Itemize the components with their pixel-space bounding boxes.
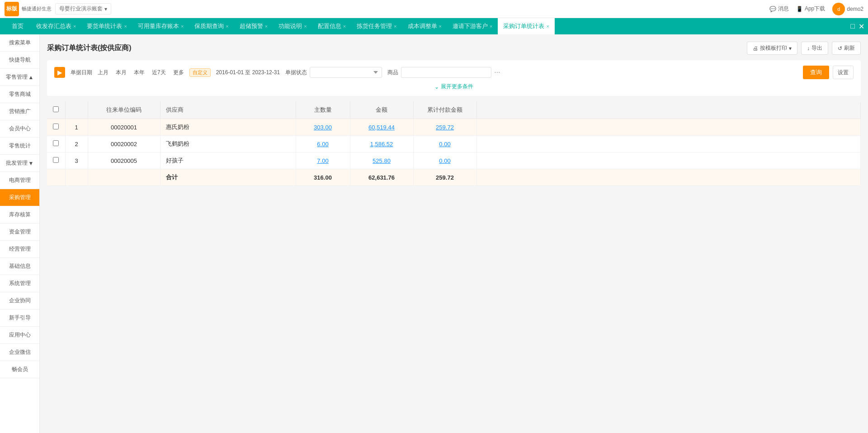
sidebar-item-basic-info[interactable]: 基础信息 [0,258,39,275]
row2-spacer [476,136,861,152]
row3-amount: 525.80 [350,152,413,169]
app-download-button[interactable]: 📱 App下载 [796,5,825,13]
close-tab-feature-desc[interactable]: × [304,24,307,29]
row2-paid: 0.00 [413,136,476,152]
tab-feature-desc[interactable]: 功能说明 × [273,18,312,34]
footer-label: 合计 [160,169,296,186]
workspace-selector[interactable]: 母婴行业演示账套 ▾ [55,3,111,14]
sidebar-item-ecommerce[interactable]: 电商管理 [0,172,39,189]
goods-input[interactable] [401,67,491,78]
row2-supplier: 飞鹤奶粉 [160,136,296,152]
tab-usable-stock[interactable]: 可用量库存账本 × [132,18,189,34]
shortcut-7days[interactable]: 近7天 [149,68,169,77]
close-tab-pick-task[interactable]: × [394,24,396,29]
th-supplier: 供应商 [160,101,296,119]
row1-supplier: 惠氏奶粉 [160,119,296,136]
tab-pick-task[interactable]: 拣货任务管理 × [351,18,402,34]
data-table: 往来单位编码 供应商 主数量 金额 累计付款金额 1 0002000 [47,101,861,186]
message-button[interactable]: 💬 消息 [769,5,789,13]
tab-invite-downstream[interactable]: 邀请下游客户 × [447,18,498,34]
sidebar-item-retail-mgmt[interactable]: 零售管理 ▲ [0,69,39,86]
row2-qty: 6.00 [296,136,350,152]
sidebar-item-purchase-mgmt[interactable]: 采购管理 [0,189,39,206]
row1-paid: 259.72 [413,119,476,136]
row1-checkbox-cell [47,119,65,136]
close-tab-receive-send[interactable]: × [73,24,76,29]
tab-receive-send[interactable]: 收发存汇总表 × [31,18,81,34]
row3-checkbox-cell [47,152,65,169]
query-button[interactable]: 查询 [803,66,829,79]
sidebar-item-app-center[interactable]: 应用中心 [0,327,39,344]
row2-code: 00020002 [88,136,160,152]
tab-purchase-summary[interactable]: 要货单统计表 × [81,18,132,34]
row1-amount: 60,519.44 [350,119,413,136]
user-profile[interactable]: d demo2 [832,3,863,15]
goods-more-icon[interactable]: ··· [494,68,500,76]
row1-spacer [476,119,861,136]
sidebar-item-member-center[interactable]: 会员中心 [0,120,39,138]
page-title: 采购订单统计表(按供应商) [47,43,132,53]
sidebar-item-inventory[interactable]: 库存核算 [0,206,39,224]
sidebar-item-search[interactable]: 搜索菜单 [0,34,39,52]
tab-cost-adjust[interactable]: 成本调整单 × [402,18,447,34]
shortcut-this-year[interactable]: 本年 [131,68,147,77]
tab-config-info[interactable]: 配置信息 × [312,18,351,34]
close-window-icon[interactable]: ✕ [859,22,864,31]
row3-checkbox[interactable] [53,157,59,163]
shortcut-this-month[interactable]: 本月 [113,68,129,77]
toggle-filter-arrow[interactable]: ▶ [54,67,65,78]
filter-goods-item: 商品 ··· [387,67,500,78]
status-select[interactable] [310,67,382,78]
tab-home[interactable]: 首页 [5,18,31,34]
shortcut-more[interactable]: 更多 [170,68,187,77]
sidebar-item-new-guide[interactable]: 新手引导 [0,309,39,327]
select-all-checkbox[interactable] [53,106,59,112]
sidebar-item-sys-mgmt[interactable]: 系统管理 [0,275,39,292]
logo-abbr: 标版 [6,5,17,13]
close-tab-invite-downstream[interactable]: × [490,24,492,29]
expand-down-icon: ⌄ [434,84,439,90]
close-tab-usable-stock[interactable]: × [181,24,184,29]
print-button[interactable]: 🖨 按模板打印 ▾ [747,42,797,55]
top-bar: 标版 畅捷通好生意 母婴行业演示账套 ▾ 💬 消息 📱 App下载 d demo… [0,0,868,18]
close-tab-purchase-summary[interactable]: × [124,24,127,29]
close-tab-purchase-order-stat[interactable]: × [546,24,549,29]
sidebar-item-wholesale-mgmt[interactable]: 批发管理 ▼ [0,155,39,172]
sidebar-item-enterprise-wechat[interactable]: 企业微信 [0,344,39,361]
top-bar-right: 💬 消息 📱 App下载 d demo2 [769,3,863,15]
expand-row: ⌄ 展开更多条件 [54,83,854,90]
top-bar-left: 标版 畅捷通好生意 母婴行业演示账套 ▾ [5,2,111,16]
sidebar-item-quick-nav[interactable]: 快捷导航 [0,52,39,69]
sidebar-item-finance[interactable]: 资金管理 [0,224,39,241]
settings-button[interactable]: 设置 [833,66,854,79]
row2-checkbox[interactable] [53,140,59,146]
row1-checkbox[interactable] [53,124,59,129]
sidebar-item-ops-mgmt[interactable]: 经营管理 [0,241,39,258]
row2-num: 2 [65,136,88,152]
sidebar-item-vip-member[interactable]: 畅会员 [0,361,39,378]
refresh-button[interactable]: ↺ 刷新 [832,42,861,55]
close-tab-config-info[interactable]: × [343,24,346,29]
close-tab-overstock-warning[interactable]: × [265,24,268,29]
nav-tabs: 首页 收发存汇总表 × 要货单统计表 × 可用量库存账本 × 保质期查询 × 超… [0,18,868,34]
chevron-up-icon: ▲ [28,74,34,81]
restore-window-icon[interactable]: □ [850,22,855,30]
print-icon: 🖨 [753,45,758,52]
tab-overstock-warning[interactable]: 超储预警 × [234,18,273,34]
shortcut-last-month[interactable]: 上月 [95,68,111,77]
filter-area: ▶ 单据日期 上月 本月 本年 近7天 更多 自定义 2016-01-01 至 … [47,60,861,96]
expand-more-button[interactable]: ⌄ 展开更多条件 [434,83,473,90]
tab-expiry-query[interactable]: 保质期查询 × [189,18,234,34]
chevron-down-icon: ▾ [104,6,107,12]
sidebar-item-retail-store[interactable]: 零售商城 [0,86,39,103]
custom-date-tag[interactable]: 自定义 [189,68,211,77]
tab-purchase-order-stat[interactable]: 采购订单统计表 × [498,18,554,34]
close-tab-expiry-query[interactable]: × [226,24,228,29]
sidebar-item-retail-stat[interactable]: 零售统计 [0,138,39,155]
sidebar-item-marketing[interactable]: 营销推广 [0,103,39,120]
export-button[interactable]: ↓ 导出 [801,42,828,55]
sidebar-item-enterprise-collab[interactable]: 企业协同 [0,292,39,309]
th-num [65,101,88,119]
main-content: 采购订单统计表(按供应商) 🖨 按模板打印 ▾ ↓ 导出 ↺ 刷新 [40,34,868,433]
close-tab-cost-adjust[interactable]: × [439,24,442,29]
